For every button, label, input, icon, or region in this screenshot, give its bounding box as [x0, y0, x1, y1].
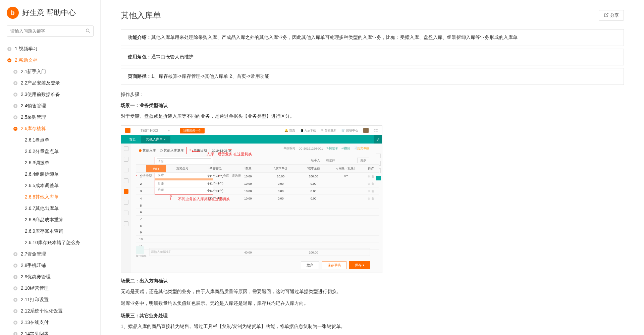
plus-icon: [13, 331, 18, 335]
link-quick: ✎快速录: [326, 146, 338, 151]
nav-label: 2.帮助文档: [15, 57, 38, 63]
nav-item-2-1[interactable]: 2.1新手入门: [13, 66, 94, 77]
nav-label: 2.9优惠券管理: [21, 274, 51, 280]
table-row: 9: [136, 229, 379, 236]
nav-item-2-11[interactable]: 2.11打印设置: [13, 294, 94, 305]
remark-label: 备注信息: [136, 254, 147, 258]
nav-top-docs[interactable]: 2.帮助文档: [7, 55, 94, 66]
remark-input: 请输入单据备注: [149, 248, 370, 256]
shot-meta-right: 单据编号 JC-20191226-001 ✎快速录 ↩撤回 📄历史单据: [283, 146, 369, 151]
search-input[interactable]: [7, 25, 94, 37]
plus-icon: [13, 286, 18, 291]
plus-icon: [13, 274, 18, 280]
share-button[interactable]: 分享: [599, 10, 624, 21]
nav-label: 2.5采购管理: [21, 114, 46, 120]
share-icon: [604, 13, 608, 18]
nav-item-2-3[interactable]: 2.3使用前数据准备: [13, 89, 94, 100]
nav-item-2-6-6[interactable]: 2.6.6其他入库单: [19, 191, 94, 203]
nav-item-2-14[interactable]: 2.14常见问题: [13, 328, 94, 335]
plus-icon: [13, 309, 18, 314]
th-ops: 操作: [363, 165, 379, 172]
shot-tab-home: 首页: [124, 136, 141, 143]
shot-filter-right: 经手人 请选择 更多: [311, 158, 369, 163]
site-logo-row: b 好生意 帮助中心: [7, 7, 94, 19]
avatar-icon: [363, 128, 369, 133]
nav-label: 2.3使用前数据准备: [21, 92, 60, 98]
plus-icon: [13, 69, 18, 74]
handler-label: 经手人: [311, 158, 320, 163]
leftbar-icon: [124, 178, 128, 183]
table-row: 8: [136, 222, 379, 229]
scene2-text2: 退库业务中，明细数量均以负值红色展示。无论是入库还是退库，库存账均记在入库方向。: [121, 299, 624, 308]
nav-item-2-12[interactable]: 2.12系统个性化设置: [13, 305, 94, 317]
nav-item-2-6-7[interactable]: 2.6.7其他出库单: [19, 203, 94, 214]
path-label: 页面路径：: [128, 73, 151, 79]
shot-top-right: 🔔 首页 📱 App下载 ⟳ 自动更新 🛒 购物中心 CC: [284, 128, 378, 133]
nav-item-2-9[interactable]: 2.9优惠券管理: [13, 271, 94, 283]
content-section: 操作步骤： 场景一：业务类型确认 对于受赠、盘盈或是拆装入库等不同的业务，是通过…: [121, 92, 624, 331]
nav-item-2-10[interactable]: 2.10经营管理: [13, 283, 94, 294]
nav-label: 2.1新手入门: [21, 69, 46, 75]
shot-tabs: 首页 其他入库单 × ⤢: [121, 135, 382, 144]
nav-item-2-7[interactable]: 2.7资金管理: [13, 248, 94, 260]
nav-label: 2.12系统个性化设置: [21, 308, 63, 314]
nav-item-2-6-4[interactable]: 2.6.4组装拆卸单: [19, 169, 94, 180]
rightbar-icon: [376, 154, 381, 158]
nav-label: 1.视频学习: [15, 46, 38, 52]
nav-item-2-6-1[interactable]: 2.6.1盘点单: [19, 134, 94, 146]
nav-label: 2.13在线支付: [21, 320, 49, 326]
plus-icon: [13, 103, 18, 109]
nav-item-2-6-5[interactable]: 2.6.5成本调整单: [19, 180, 94, 191]
th-unit: *单存存位: [199, 165, 232, 172]
table-row: 2个(1个=1个)10.000.000.00⊕ 🗑: [136, 180, 379, 187]
red-arrow-icon: ⟵: [192, 148, 200, 155]
doc-val: JC-20191226-001: [299, 147, 323, 150]
screenshot-scene1: TEST-H002 ▾ 我要购买一个 🔔 首页 📱 App下载 ⟳ 自动更新 🛒…: [121, 125, 382, 273]
logo-icon: b: [7, 7, 19, 19]
red-annotation-1: 入库、退货业务 在这里切换: [207, 152, 252, 157]
nav-label: 2.10经营管理: [21, 285, 49, 291]
shot-content: 单据编号 JC-20191226-001 ✎快速录 ↩撤回 📄历史单据 其他入库…: [131, 144, 375, 273]
th-qty: *数量: [231, 165, 264, 172]
remark-icon: [136, 246, 144, 254]
main-content: 其他入库单 分享 功能介绍：其他入库单用来处理除采购入库、产成品入库之外的其他入…: [101, 0, 644, 335]
th-product: 商品: [146, 165, 166, 172]
shot-env: TEST-H002: [141, 129, 158, 132]
table-row: 3个(1个=1个)10.000.000.00⊕ 🗑: [136, 187, 379, 195]
site-title: 好生意 帮助中心: [22, 8, 76, 18]
req-star: *: [190, 149, 191, 153]
btn-discard: 放弃: [301, 261, 319, 269]
shot-top-link: 📱 App下载: [300, 128, 316, 133]
path-panel: 页面路径：1、库存核算->库存管理->其他入库单 2、首页->常用功能: [121, 68, 624, 85]
radio-return: 其他入库退库: [160, 148, 184, 153]
nav-item-2-6-2[interactable]: 2.6.2分量盘点单: [19, 146, 94, 157]
nav-label: 2.4销售管理: [21, 103, 46, 109]
nav-label: 2.14常见问题: [21, 331, 49, 335]
nav-item-2-6-10[interactable]: 2.6.10库存账本错了怎么办: [19, 237, 94, 248]
leftbar-icon: [124, 211, 128, 215]
nav-item-2-4[interactable]: 2.4销售管理: [13, 100, 94, 112]
intro-text: 其他入库单用来处理除采购入库、产成品入库之外的其他入库业务，因此其他入库单可处理…: [151, 35, 518, 40]
leftbar-icon: [124, 146, 128, 151]
nav-item-2-6-8[interactable]: 2.6.8商品成本重算: [19, 214, 94, 226]
nav-item-2-5[interactable]: 2.5采购管理: [13, 112, 94, 123]
shot-top-link: 🛒 购物中心: [341, 128, 358, 133]
role-panel: 使用角色：通常由仓管人员维护: [121, 49, 624, 65]
table-row: 1个(1个=1个)10.0010.00100.000个⊕ 🗑: [136, 173, 379, 180]
doc-label: 单据编号: [283, 146, 296, 151]
nav-item-2-8[interactable]: 2.8手机旺铺: [13, 260, 94, 271]
nav-item-2-6-3[interactable]: 2.6.3调拨单: [19, 157, 94, 169]
nav-sub2: 2.6.1盘点单 2.6.2分量盘点单 2.6.3调拨单 2.6.4组装拆卸单 …: [13, 134, 94, 248]
leftbar-icon: [124, 221, 128, 226]
shot-buy-button: 我要购买一个: [180, 128, 205, 133]
minus-icon: [13, 126, 18, 131]
shot-tab-expand-icon: ⤢: [374, 135, 382, 144]
nav-item-2-2[interactable]: 2.2产品安装及登录: [13, 77, 94, 89]
nav-item-2-6[interactable]: 2.6库存核算: [13, 123, 94, 134]
role-label: 使用角色：: [128, 54, 151, 59]
shot-tab-active: 其他入库单 ×: [141, 136, 170, 143]
nav-top-video[interactable]: 1.视频学习: [7, 43, 94, 55]
nav-item-2-6-9[interactable]: 2.6.9库存账本查询: [19, 226, 94, 237]
nav-item-2-13[interactable]: 2.13在线支付: [13, 317, 94, 328]
handler-ph: 请选择: [326, 158, 335, 163]
